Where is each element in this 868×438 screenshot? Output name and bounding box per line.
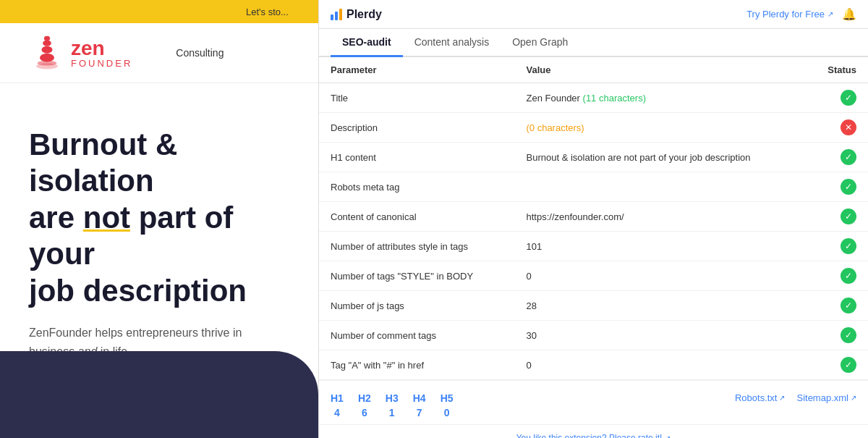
table-row: Robots meta tag ✓ (319, 172, 868, 202)
plerdy-header: Plerdy Try Plerdy for Free ↗ 🔔 (319, 0, 868, 29)
table-header: Parameter Value Status (319, 57, 868, 83)
h4-value: 7 (417, 407, 422, 418)
table-row: Number of js tags 28 ✓ (319, 291, 868, 321)
logo-bar-3 (339, 9, 342, 20)
external-link-icon: ↗ (827, 10, 833, 18)
robots-txt-link[interactable]: Robots.txt ↗ (735, 392, 786, 403)
h4-label[interactable]: H4 (413, 392, 426, 404)
zen-logo-icon (29, 35, 65, 71)
seo-table: Parameter Value Status Title Zen Founder… (319, 57, 868, 380)
h1-col: H1 4 (331, 392, 344, 418)
value-style-body: 0 (514, 261, 807, 291)
status-robots: ✓ (807, 172, 868, 202)
status-title: ✓ (807, 83, 868, 113)
website-nav: Consulting (176, 47, 224, 59)
param-canonical: Content of canonical (319, 202, 514, 232)
status-style-body: ✓ (807, 261, 868, 291)
value-style-attrs: 101 (514, 232, 807, 261)
tab-seo-audit[interactable]: SEO-audit (331, 29, 403, 57)
check-icon: ✓ (841, 268, 856, 284)
h1-label[interactable]: H1 (331, 392, 344, 404)
check-icon: ✓ (841, 327, 856, 343)
value-a-hash: 0 (514, 350, 807, 380)
zen-logo: zen FOUNDER (29, 35, 132, 71)
tab-content-analysis[interactable]: Content analysis (403, 29, 501, 57)
check-icon: ✓ (841, 149, 856, 165)
hero-title-part1: Burnout & isolation (29, 127, 177, 198)
param-description: Description (319, 113, 514, 143)
value-title: Zen Founder (11 characters) (514, 83, 807, 113)
table-row: Tag "A" with "#" in href 0 ✓ (319, 350, 868, 380)
external-icon: ↗ (779, 394, 785, 402)
svg-point-4 (43, 41, 51, 46)
h5-value: 0 (444, 407, 450, 418)
h2-col: H2 6 (358, 392, 371, 418)
hero-title: Burnout & isolation are not part of your… (29, 127, 289, 309)
param-style-body: Number of tags "STYLE" in BODY (319, 261, 514, 291)
table-row: Number of attributes style in tags 101 ✓ (319, 232, 868, 261)
h3-col: H3 1 (386, 392, 399, 418)
status-js-tags: ✓ (807, 291, 868, 321)
plerdy-tabs: SEO-audit Content analysis Open Graph (319, 29, 868, 57)
value-canonical: https://zenfounder.com/ (514, 202, 807, 232)
status-description: ✕ (807, 113, 868, 143)
svg-point-5 (44, 36, 50, 41)
h3-label[interactable]: H3 (386, 392, 399, 404)
h3-value: 1 (389, 407, 395, 418)
external-icon: ↗ (851, 394, 856, 402)
hero-title-part2: are (29, 201, 83, 235)
error-icon: ✕ (841, 119, 856, 135)
rate-link[interactable]: You like this extension? Please rate it!… (516, 433, 671, 438)
tab-open-graph-label: Open Graph (512, 36, 568, 48)
col-parameter: Parameter (319, 57, 514, 83)
table-row: H1 content Burnout & isolation are not p… (319, 143, 868, 172)
sitemap-xml-label: Sitemap.xml (796, 392, 848, 403)
tab-open-graph[interactable]: Open Graph (501, 29, 579, 57)
zen-text: zen (71, 38, 132, 59)
value-comment-tags: 30 (514, 321, 807, 350)
param-a-hash: Tag "A" with "#" in href (319, 350, 514, 380)
plerdy-logo-icon (331, 9, 342, 20)
value-description: (0 characters) (514, 113, 807, 143)
logo-bar-1 (331, 14, 333, 20)
logo-bar-2 (335, 12, 338, 20)
hero-title-highlight: not (83, 201, 130, 235)
nav-item-consulting: Consulting (176, 47, 224, 59)
external-icon: ↗ (665, 434, 671, 439)
website-bottom-section (0, 351, 318, 438)
h1-value: 4 (334, 407, 340, 418)
rate-text-label: You like this extension? Please rate it! (516, 433, 663, 438)
sitemap-xml-link[interactable]: Sitemap.xml ↗ (796, 392, 856, 403)
banner-text: Let's sto... (246, 7, 289, 17)
tab-content-analysis-label: Content analysis (414, 36, 490, 48)
param-style-attrs: Number of attributes style in tags (319, 232, 514, 261)
param-js-tags: Number of js tags (319, 291, 514, 321)
check-icon: ✓ (841, 209, 856, 224)
plerdy-content: Parameter Value Status Title Zen Founder… (319, 57, 868, 438)
zen-logo-text: zen FOUNDER (71, 38, 132, 68)
param-h1: H1 content (319, 143, 514, 172)
h-tags-table: H1 4 H2 6 H3 1 H4 7 H5 0 (331, 392, 454, 418)
check-icon: ✓ (841, 179, 856, 195)
value-robots (514, 172, 807, 202)
check-icon: ✓ (841, 238, 856, 254)
table-row: Title Zen Founder (11 characters) ✓ (319, 83, 868, 113)
check-icon: ✓ (841, 90, 856, 106)
try-plerdy-label: Try Plerdy for Free (746, 9, 825, 20)
website-hero: Burnout & isolation are not part of your… (0, 83, 318, 389)
plerdy-actions: Try Plerdy for Free ↗ 🔔 (746, 7, 856, 21)
h-tags-section: H1 4 H2 6 H3 1 H4 7 H5 0 (319, 380, 868, 424)
h5-label[interactable]: H5 (441, 392, 454, 404)
try-plerdy-link[interactable]: Try Plerdy for Free ↗ (746, 9, 833, 20)
svg-point-3 (42, 46, 53, 54)
robots-txt-label: Robots.txt (735, 392, 778, 403)
status-canonical: ✓ (807, 202, 868, 232)
h2-value: 6 (362, 407, 367, 418)
plerdy-panel: Plerdy Try Plerdy for Free ↗ 🔔 SEO-audit… (318, 0, 868, 438)
table-body: Title Zen Founder (11 characters) ✓ Desc… (319, 83, 868, 380)
status-comment-tags: ✓ (807, 321, 868, 350)
notification-icon[interactable]: 🔔 (842, 7, 856, 21)
h2-label[interactable]: H2 (358, 392, 371, 404)
check-icon: ✓ (841, 357, 856, 373)
param-robots: Robots meta tag (319, 172, 514, 202)
